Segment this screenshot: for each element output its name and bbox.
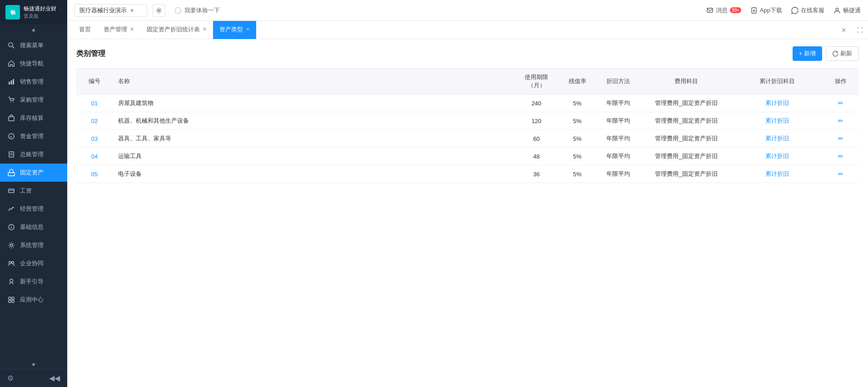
close-window-button[interactable]: ✕ [835,21,852,39]
tab-asset-type[interactable]: 资产类型 ✕ [213,21,256,39]
tab-asset-mgmt[interactable]: 资产管理 ✕ [97,21,140,39]
cell-expense: 管理费用_固定资产折旧 [641,165,732,183]
sidebar-item-label: 经营管理 [20,205,44,213]
fixed-assets-icon [7,169,15,177]
close-tab-asset-mgmt[interactable]: ✕ [130,26,134,32]
sidebar-item-capital[interactable]: ¥ 资金管理 [0,127,67,145]
sidebar-item-fixed-assets[interactable]: 固定资产 [0,164,67,182]
online-service-button[interactable]: 在线客服 [791,6,824,15]
cell-accum: 累计折旧 [732,112,823,130]
code-link[interactable]: 05 [91,171,98,178]
sidebar-item-purchase[interactable]: 采购管理 [0,91,67,109]
edit-button[interactable]: ✏ [838,153,843,160]
sidebar-item-label: 快捷导航 [20,60,44,68]
message-button[interactable]: 消息 99+ [706,6,741,15]
svg-rect-25 [9,300,11,303]
sidebar-item-label: 销售管理 [20,78,44,86]
col-header-method: 折旧方法 [595,69,641,94]
col-header-name: 名称 [113,69,514,94]
sidebar-item-payroll[interactable]: 工资 [0,182,67,200]
new-button[interactable]: + 新增 [793,46,822,61]
experience-button[interactable]: 我要体验一下 [171,5,223,16]
topbar-right: 消息 99+ App下载 在线客服 畅捷通 [706,6,861,15]
close-tab-depreciation[interactable]: ✕ [203,26,207,32]
svg-rect-26 [12,300,14,303]
sidebar-item-quick-nav[interactable]: 快捷导航 [0,55,67,73]
sidebar-item-guide[interactable]: 新手引导 [0,273,67,291]
code-link[interactable]: 04 [91,153,98,160]
company-selector[interactable]: 医疗器械行业演示 ▼ [74,4,147,17]
sidebar-item-search[interactable]: 搜索菜单 [0,36,67,55]
main-content: 医疗器械行业演示 ▼ 我要体验一下 消息 99+ App下载 在线客服 [67,0,868,387]
code-link[interactable]: 02 [91,118,98,124]
sidebar-item-basic-info[interactable]: 基础信息 [0,218,67,236]
sidebar-item-label: 企业协同 [20,259,44,268]
accum-link[interactable]: 累计折旧 [765,99,789,106]
cell-name: 运输工具 [113,148,514,165]
refresh-button[interactable]: 刷新 [826,46,859,61]
page-actions: + 新增 刷新 [793,46,859,61]
col-header-residual: 残值率 [559,69,595,94]
sidebar-item-ledger[interactable]: 总账管理 [0,145,67,164]
sidebar-item-label: 工资 [20,187,32,195]
payroll-icon [7,187,15,195]
sidebar-item-inventory[interactable]: 库存核算 [0,109,67,127]
col-header-period: 使用期限（月） [514,69,559,94]
edit-button[interactable]: ✏ [838,117,843,124]
scroll-down-btn[interactable]: ▼ [0,361,67,369]
edit-button[interactable]: ✏ [838,99,843,107]
svg-rect-24 [12,297,14,299]
sidebar-item-label: 应用中心 [20,296,44,304]
maximize-window-button[interactable]: ⛶ [852,21,868,39]
user-menu[interactable]: 畅捷通 [833,6,861,15]
tab-home[interactable]: 首页 [73,21,97,39]
svg-rect-29 [707,8,713,12]
accum-link[interactable]: 累计折旧 [765,135,789,142]
edit-button[interactable]: ✏ [838,170,843,178]
scroll-up-btn[interactable]: ▲ [0,25,67,35]
sidebar-item-sales[interactable]: 销售管理 [0,73,67,91]
code-link[interactable]: 03 [91,135,98,142]
col-header-expense: 费用科目 [641,69,732,94]
cell-period: 120 [514,112,559,130]
page-header: 类别管理 + 新增 刷新 [76,46,859,61]
edit-button[interactable]: ✏ [838,135,843,142]
tab-home-label: 首页 [79,25,91,34]
cell-period: 48 [514,148,559,165]
cell-method: 年限平均 [595,94,641,112]
svg-text:¥: ¥ [10,135,12,139]
svg-rect-23 [9,297,11,299]
sidebar-item-enterprise[interactable]: 企业协同 [0,254,67,273]
sidebar-item-operations[interactable]: 经营管理 [0,200,67,218]
accum-link[interactable]: 累计折旧 [765,170,789,177]
tabbar: 首页 资产管理 ✕ 固定资产折旧统计表 ✕ 资产类型 ✕ ✕ ⛶ [67,21,868,39]
app-download-button[interactable]: App下载 [750,6,782,15]
svg-rect-14 [9,189,14,193]
sidebar-item-label: 资金管理 [20,132,44,140]
accum-link[interactable]: 累计折旧 [765,117,789,124]
svg-point-5 [10,102,11,103]
close-tab-asset-type[interactable]: ✕ [246,26,250,32]
accum-link[interactable]: 累计折旧 [765,153,789,159]
svg-point-18 [11,225,12,226]
tab-depreciation[interactable]: 固定资产折旧统计表 ✕ [140,21,213,39]
experience-label: 我要体验一下 [184,6,220,15]
cell-residual: 5% [559,112,595,130]
cell-action: ✏ [823,112,859,130]
settings-button[interactable] [153,4,165,17]
collapse-sidebar-icon[interactable]: ◀◀ [49,374,60,382]
settings-footer-icon[interactable]: ⚙ [7,374,14,382]
table-row: 03 器具、工具、家具等 60 5% 年限平均 管理费用_固定资产折旧 累计折旧… [76,130,859,148]
svg-point-32 [836,8,838,11]
svg-point-20 [9,262,11,264]
sidebar-item-system[interactable]: 系统管理 [0,236,67,254]
svg-rect-13 [8,173,15,176]
code-link[interactable]: 01 [91,100,98,107]
sidebar-item-app-center[interactable]: 应用中心 [0,291,67,309]
page-title: 类别管理 [76,49,105,59]
cell-accum: 累计折旧 [732,165,823,183]
cell-residual: 5% [559,94,595,112]
inventory-icon [7,114,15,122]
col-header-code: 编号 [76,69,113,94]
cell-code: 02 [76,112,113,130]
